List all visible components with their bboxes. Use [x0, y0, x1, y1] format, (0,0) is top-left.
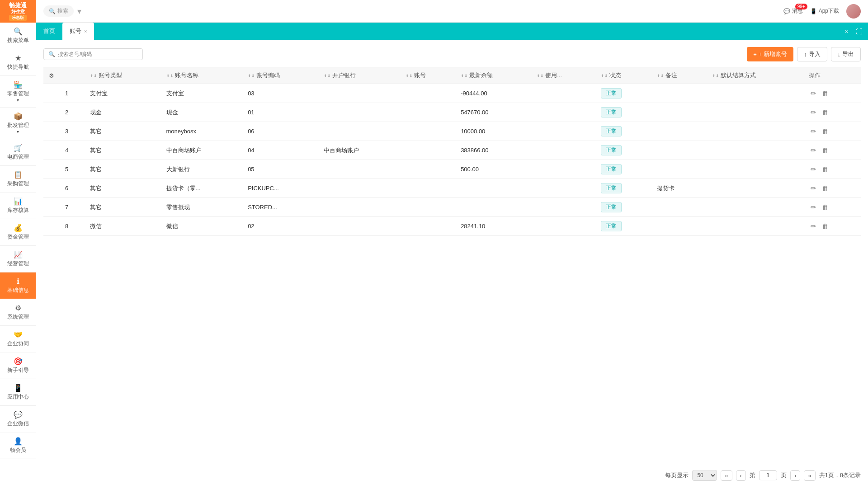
app-download-label: App下载	[819, 7, 839, 15]
page-size-select[interactable]: 50 10 20 100	[692, 470, 717, 481]
delete-button[interactable]: 🗑	[820, 164, 830, 174]
sidebar-item-guide[interactable]: 🎯 新手引导	[0, 352, 36, 379]
prev-page-button[interactable]: ‹	[736, 470, 746, 481]
row-gear	[43, 141, 60, 160]
col-usage[interactable]: 使用...	[531, 67, 595, 84]
sidebar-item-capital[interactable]: 💰 资金管理	[0, 219, 36, 246]
row-bank	[318, 160, 400, 179]
col-status[interactable]: 状态	[595, 67, 651, 84]
row-index: 5	[60, 160, 85, 179]
row-bank	[318, 198, 400, 217]
sidebar-item-purchase[interactable]: 📋 采购管理	[0, 166, 36, 192]
delete-button[interactable]: 🗑	[820, 127, 830, 136]
row-index: 2	[60, 103, 85, 122]
col-type[interactable]: 账号类型	[85, 67, 160, 84]
sidebar-item-search-menu[interactable]: 🔍 搜索菜单	[0, 23, 36, 49]
basic-info-icon: ℹ	[2, 277, 34, 286]
sidebar-item-basic-info[interactable]: ℹ 基础信息	[0, 272, 36, 299]
export-button[interactable]: ↓ 导出	[831, 47, 861, 61]
first-page-button[interactable]: «	[721, 470, 732, 481]
delete-button[interactable]: 🗑	[820, 202, 830, 212]
table-head: ⚙ 账号类型 账号名称 账号编码 开户银行 账号 最新余额 使用... 状态 备…	[43, 67, 861, 84]
last-page-button[interactable]: »	[804, 470, 815, 481]
col-account[interactable]: 账号	[400, 67, 455, 84]
import-button[interactable]: ↑ 导入	[797, 47, 827, 61]
edit-button[interactable]: ✏	[809, 108, 818, 117]
edit-button[interactable]: ✏	[809, 183, 818, 193]
delete-button[interactable]: 🗑	[820, 89, 830, 98]
table-row: 4 其它 中百商场账户 04 中百商场账户 383866.00 正常 ✏ 🗑	[43, 141, 861, 160]
sidebar-item-system[interactable]: ⚙ 系统管理	[0, 299, 36, 326]
row-status: 正常	[595, 179, 651, 198]
topbar-dropdown-icon[interactable]: ▾	[77, 6, 81, 16]
edit-button[interactable]: ✏	[809, 145, 818, 155]
row-code: 05	[242, 160, 318, 179]
row-balance	[455, 179, 531, 198]
delete-button[interactable]: 🗑	[820, 221, 830, 231]
message-button[interactable]: 💬 消息 99+	[783, 7, 803, 15]
edit-button[interactable]: ✏	[809, 164, 818, 174]
delete-button[interactable]: 🗑	[820, 145, 830, 155]
edit-button[interactable]: ✏	[809, 89, 818, 99]
table-container: ⚙ 账号类型 账号名称 账号编码 开户银行 账号 最新余额 使用... 状态 备…	[43, 67, 861, 463]
search-box[interactable]: 🔍	[43, 48, 143, 60]
col-remark[interactable]: 备注	[651, 67, 707, 84]
row-status: 正常	[595, 84, 651, 103]
row-name: moneybosx	[161, 122, 243, 141]
tab-account[interactable]: 账号 ×	[62, 23, 94, 40]
table-row: 5 其它 大新银行 05 500.00 正常 ✏ 🗑	[43, 160, 861, 179]
row-index: 6	[60, 179, 85, 198]
add-icon: +	[753, 51, 757, 58]
row-remark	[651, 84, 707, 103]
capital-icon: 💰	[2, 224, 34, 232]
sidebar-item-operation[interactable]: 📈 经营管理	[0, 246, 36, 272]
tab-maximize-button[interactable]: ⛶	[853, 27, 865, 36]
topbar-right: 💬 消息 99+ 📱 App下载	[783, 4, 861, 19]
tab-close-all-button[interactable]: ×	[842, 27, 851, 36]
delete-button[interactable]: 🗑	[820, 108, 830, 117]
sidebar-item-app-center[interactable]: 📱 应用中心	[0, 379, 36, 406]
edit-button[interactable]: ✏	[809, 202, 818, 212]
col-default-settlement[interactable]: 默认结算方式	[707, 67, 803, 84]
sidebar-item-retail[interactable]: 🏪 零售管理 ▾	[0, 76, 36, 108]
col-balance[interactable]: 最新余额	[455, 67, 531, 84]
next-page-button[interactable]: ›	[790, 470, 800, 481]
user-avatar[interactable]	[846, 4, 861, 19]
sidebar-item-wholesale[interactable]: 📦 批发管理 ▾	[0, 108, 36, 139]
page-number-input[interactable]	[759, 470, 777, 480]
sidebar-item-inventory[interactable]: 📊 库存核算	[0, 192, 36, 219]
sidebar-item-enterprise-wechat[interactable]: 💬 企业微信	[0, 406, 36, 432]
sidebar-item-label: 快捷导航	[2, 63, 34, 71]
col-action: 操作	[803, 67, 861, 84]
search-input[interactable]	[58, 51, 130, 57]
topbar-search-icon: 🔍	[49, 8, 56, 14]
col-name[interactable]: 账号名称	[161, 67, 243, 84]
message-badge: 99+	[795, 4, 807, 9]
topbar-search-box[interactable]: 🔍 搜索	[43, 5, 74, 17]
tab-close-icon[interactable]: ×	[84, 28, 87, 34]
row-name: 中百商场账户	[161, 141, 243, 160]
sidebar-item-quick-nav[interactable]: ★ 快捷导航	[0, 49, 36, 76]
edit-button[interactable]: ✏	[809, 221, 818, 231]
sidebar-item-label: 畅会员	[2, 446, 34, 454]
row-usage	[531, 122, 595, 141]
enterprise-wechat-icon: 💬	[2, 410, 34, 419]
sidebar-item-label: 电商管理	[2, 153, 34, 161]
row-bank	[318, 217, 400, 236]
col-bank[interactable]: 开户银行	[318, 67, 400, 84]
add-account-button[interactable]: + + 新增账号	[747, 47, 793, 61]
col-settings[interactable]: ⚙	[43, 67, 60, 84]
operation-icon: 📈	[2, 250, 34, 259]
delete-button[interactable]: 🗑	[820, 183, 830, 193]
app-download-button[interactable]: 📱 App下载	[810, 7, 839, 15]
row-default-settlement	[707, 179, 803, 198]
row-index: 4	[60, 141, 85, 160]
table-row: 3 其它 moneybosx 06 10000.00 正常 ✏ 🗑	[43, 122, 861, 141]
col-code[interactable]: 账号编码	[242, 67, 318, 84]
sidebar-item-ecommerce[interactable]: 🛒 电商管理	[0, 139, 36, 166]
edit-button[interactable]: ✏	[809, 127, 818, 136]
row-default-settlement	[707, 141, 803, 160]
sidebar-item-enterprise-agreement[interactable]: 🤝 企业协同	[0, 326, 36, 352]
sidebar-item-member[interactable]: 👤 畅会员	[0, 432, 36, 459]
tab-home[interactable]: 首页	[36, 23, 62, 40]
